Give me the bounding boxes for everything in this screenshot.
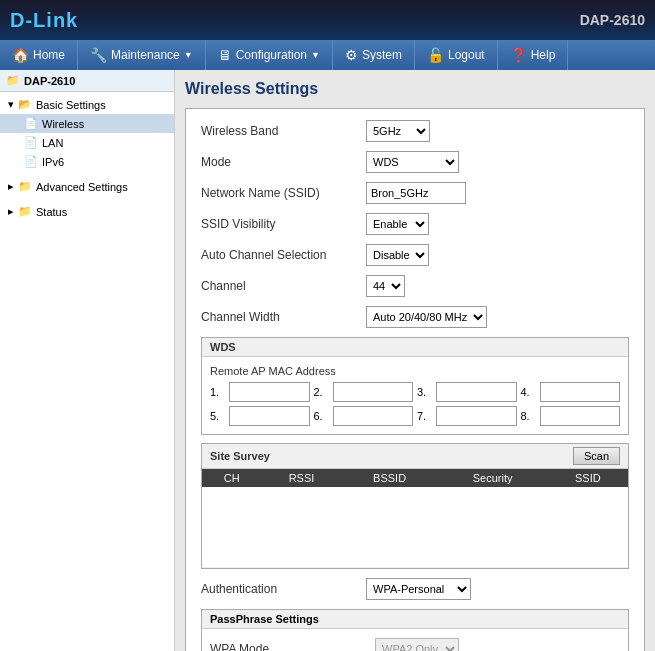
basic-settings-label: Basic Settings bbox=[36, 99, 106, 111]
ssid-visibility-row: SSID Visibility Enable Disable bbox=[201, 212, 629, 236]
survey-table-wrapper: CH RSSI BSSID Security SSID bbox=[202, 469, 628, 568]
passphrase-content: WPA Mode WPA Only WPA2 Only WPA/WPA2 Cip… bbox=[202, 629, 628, 652]
auto-channel-row: Auto Channel Selection Enable Disable bbox=[201, 243, 629, 267]
channel-width-control: Auto 20/40/80 MHz 20 MHz 40 MHz 80 MHz bbox=[366, 306, 487, 328]
channel-width-select[interactable]: Auto 20/40/80 MHz 20 MHz 40 MHz 80 MHz bbox=[366, 306, 487, 328]
nav-logout[interactable]: 🔓 Logout bbox=[415, 40, 498, 70]
page-title: Wireless Settings bbox=[185, 80, 645, 98]
nav-home[interactable]: 🏠 Home bbox=[0, 40, 78, 70]
mac-entry-1: 1. bbox=[210, 382, 310, 402]
mode-control: Access Point WDS WDS with AP bbox=[366, 151, 459, 173]
mac-num-7: 7. bbox=[417, 410, 433, 422]
wireless-page-icon: 📄 bbox=[24, 117, 38, 130]
mac-num-3: 3. bbox=[417, 386, 433, 398]
ssid-visibility-control: Enable Disable bbox=[366, 213, 429, 235]
sidebar-group-status[interactable]: ▸ 📁 Status bbox=[0, 202, 174, 221]
ssid-label: Network Name (SSID) bbox=[201, 186, 366, 200]
sidebar-group-advanced-settings[interactable]: ▸ 📁 Advanced Settings bbox=[0, 177, 174, 196]
ssid-row: Network Name (SSID) bbox=[201, 181, 629, 205]
sidebar-section-status: ▸ 📁 Status bbox=[0, 199, 174, 224]
nav-maintenance[interactable]: 🔧 Maintenance ▼ bbox=[78, 40, 206, 70]
mac-input-3[interactable] bbox=[436, 382, 517, 402]
nav-configuration[interactable]: 🖥 Configuration ▼ bbox=[206, 40, 333, 70]
auth-row: Authentication Open System WPA-Personal … bbox=[201, 577, 629, 601]
col-security: Security bbox=[438, 469, 548, 487]
wireless-band-select[interactable]: 5GHz 2.4GHz bbox=[366, 120, 430, 142]
home-icon: 🏠 bbox=[12, 47, 29, 63]
mac-entry-6: 6. bbox=[314, 406, 414, 426]
basic-settings-expand-icon: ▾ bbox=[8, 98, 14, 111]
nav-help-label: Help bbox=[531, 48, 556, 62]
channel-select[interactable]: 364044 485256 bbox=[366, 275, 405, 297]
col-ch: CH bbox=[202, 469, 261, 487]
scan-button[interactable]: Scan bbox=[573, 447, 620, 465]
col-ssid: SSID bbox=[548, 469, 628, 487]
wpa-mode-select[interactable]: WPA Only WPA2 Only WPA/WPA2 bbox=[375, 638, 459, 652]
advanced-expand-icon: ▸ bbox=[8, 180, 14, 193]
mac-input-6[interactable] bbox=[333, 406, 414, 426]
nav-logout-label: Logout bbox=[448, 48, 485, 62]
mode-select[interactable]: Access Point WDS WDS with AP bbox=[366, 151, 459, 173]
survey-header-row: CH RSSI BSSID Security SSID bbox=[202, 469, 628, 487]
sidebar-section-advanced: ▸ 📁 Advanced Settings bbox=[0, 174, 174, 199]
survey-thead: CH RSSI BSSID Security SSID bbox=[202, 469, 628, 487]
mac-entry-8: 8. bbox=[521, 406, 621, 426]
form-container: Wireless Band 5GHz 2.4GHz Mode Access Po… bbox=[185, 108, 645, 651]
mac-num-6: 6. bbox=[314, 410, 330, 422]
nav-system-label: System bbox=[362, 48, 402, 62]
nav-home-label: Home bbox=[33, 48, 65, 62]
mac-input-4[interactable] bbox=[540, 382, 621, 402]
ipv6-page-icon: 📄 bbox=[24, 155, 38, 168]
mac-entry-3: 3. bbox=[417, 382, 517, 402]
advanced-settings-label: Advanced Settings bbox=[36, 181, 128, 193]
mac-input-8[interactable] bbox=[540, 406, 621, 426]
wds-legend: WDS bbox=[202, 338, 628, 357]
mac-grid: 1. 2. 3. 4. bbox=[210, 382, 620, 426]
col-bssid: BSSID bbox=[342, 469, 438, 487]
status-label: Status bbox=[36, 206, 67, 218]
maintenance-arrow: ▼ bbox=[184, 50, 193, 60]
channel-width-row: Channel Width Auto 20/40/80 MHz 20 MHz 4… bbox=[201, 305, 629, 329]
sidebar-device-icon: 📁 bbox=[6, 74, 20, 87]
ssid-control bbox=[366, 182, 466, 204]
content-area: Wireless Settings Wireless Band 5GHz 2.4… bbox=[175, 70, 655, 651]
mac-input-7[interactable] bbox=[436, 406, 517, 426]
top-header: D-Link DAP-2610 bbox=[0, 0, 655, 40]
mac-num-1: 1. bbox=[210, 386, 226, 398]
nav-help[interactable]: ❓ Help bbox=[498, 40, 569, 70]
sidebar-ipv6-label: IPv6 bbox=[42, 156, 64, 168]
mac-input-2[interactable] bbox=[333, 382, 414, 402]
model-label: DAP-2610 bbox=[580, 12, 645, 28]
nav-system[interactable]: ⚙ System bbox=[333, 40, 415, 70]
passphrase-section: PassPhrase Settings WPA Mode WPA Only WP… bbox=[201, 609, 629, 652]
ssid-visibility-select[interactable]: Enable Disable bbox=[366, 213, 429, 235]
sidebar-device[interactable]: 📁 DAP-2610 bbox=[0, 70, 174, 92]
auth-select[interactable]: Open System WPA-Personal WPA-Enterprise bbox=[366, 578, 471, 600]
mac-num-2: 2. bbox=[314, 386, 330, 398]
auto-channel-select[interactable]: Enable Disable bbox=[366, 244, 429, 266]
navbar: 🏠 Home 🔧 Maintenance ▼ 🖥 Configuration ▼… bbox=[0, 40, 655, 70]
ssid-input[interactable] bbox=[366, 182, 466, 204]
auth-control: Open System WPA-Personal WPA-Enterprise bbox=[366, 578, 471, 600]
sidebar-group-basic-settings[interactable]: ▾ 📂 Basic Settings bbox=[0, 95, 174, 114]
mac-input-5[interactable] bbox=[229, 406, 310, 426]
wpa-mode-row: WPA Mode WPA Only WPA2 Only WPA/WPA2 bbox=[210, 637, 620, 652]
sidebar-item-lan[interactable]: 📄 LAN bbox=[0, 133, 174, 152]
sidebar-item-ipv6[interactable]: 📄 IPv6 bbox=[0, 152, 174, 171]
status-folder-icon: 📁 bbox=[18, 205, 32, 218]
wireless-band-row: Wireless Band 5GHz 2.4GHz bbox=[201, 119, 629, 143]
maintenance-icon: 🔧 bbox=[90, 47, 107, 63]
survey-empty bbox=[202, 487, 628, 567]
mac-entry-4: 4. bbox=[521, 382, 621, 402]
survey-table: CH RSSI BSSID Security SSID bbox=[202, 469, 628, 568]
logo-text: D-Link bbox=[10, 9, 78, 31]
sidebar: 📁 DAP-2610 ▾ 📂 Basic Settings 📄 Wireless… bbox=[0, 70, 175, 651]
wpa-mode-label: WPA Mode bbox=[210, 642, 375, 652]
auto-channel-label: Auto Channel Selection bbox=[201, 248, 366, 262]
sidebar-item-wireless[interactable]: 📄 Wireless bbox=[0, 114, 174, 133]
lan-page-icon: 📄 bbox=[24, 136, 38, 149]
mac-num-5: 5. bbox=[210, 410, 226, 422]
mac-input-1[interactable] bbox=[229, 382, 310, 402]
survey-tbody bbox=[202, 487, 628, 567]
mode-row: Mode Access Point WDS WDS with AP bbox=[201, 150, 629, 174]
